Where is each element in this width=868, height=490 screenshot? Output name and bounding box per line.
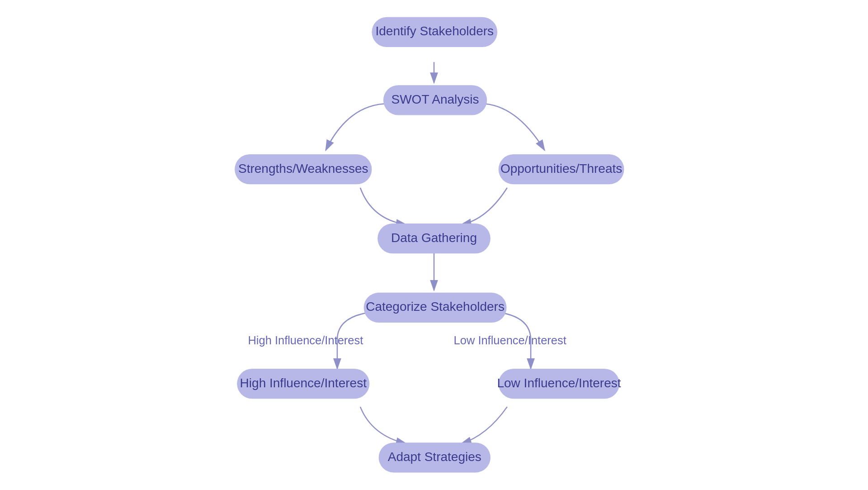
node-opportunities-threats-label: Opportunities/Threats [500,162,622,176]
node-adapt-strategies-label: Adapt Strategies [388,450,481,464]
node-swot-analysis-label: SWOT Analysis [392,92,479,106]
node-high-influence-interest-label: High Influence/Interest [240,376,367,390]
diagram-container: Identify Stakeholders SWOT Analysis Stre… [0,0,868,490]
arrow-opportunities-datagathering [461,188,507,225]
label-low-influence: Low Influence/Interest [454,334,566,347]
node-categorize-stakeholders-label: Categorize Stakeholders [366,300,505,314]
node-data-gathering-label: Data Gathering [391,231,477,245]
arrow-high-adapt [360,407,406,444]
arrow-strengths-datagathering [360,188,406,225]
arrow-swot-strengths [326,104,389,150]
label-high-influence: High Influence/Interest [248,334,363,347]
arrow-low-adapt [461,407,507,444]
node-strengths-weaknesses-label: Strengths/Weaknesses [238,162,368,176]
node-identify-stakeholders-label: Identify Stakeholders [375,24,494,38]
arrow-swot-opportunities [480,104,545,150]
node-low-influence-interest-label: Low Influence/Interest [497,376,621,390]
